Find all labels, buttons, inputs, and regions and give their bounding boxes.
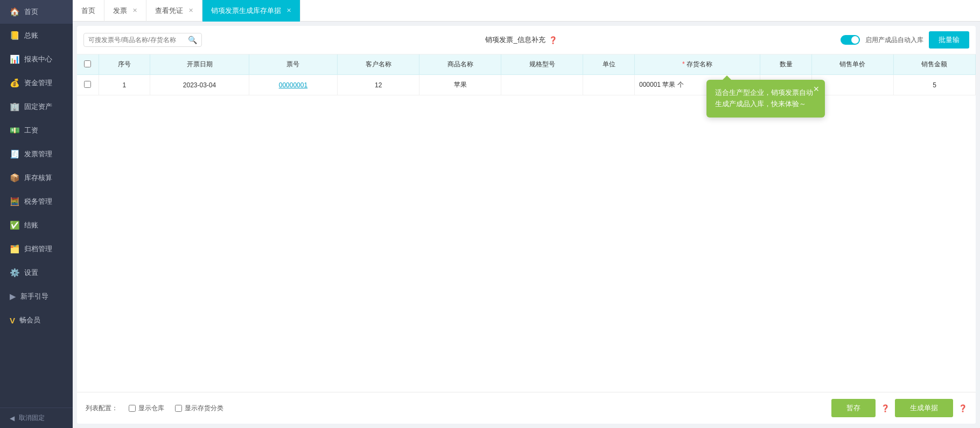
member-icon: V xyxy=(10,316,15,325)
guide-icon: ▶ xyxy=(10,292,16,301)
batch-button[interactable]: 批量输 xyxy=(929,31,969,49)
row-ticket-no[interactable]: 00000001 xyxy=(249,75,338,95)
info-label: 销项发票_信息补充 xyxy=(485,35,545,45)
sidebar-item-tax[interactable]: 🧮 税务管理 xyxy=(0,190,73,213)
show-warehouse-label[interactable]: 显示仓库 xyxy=(129,404,164,413)
sidebar: 🏠 首页 📒 总账 📊 报表中心 💰 资金管理 🏢 固定资产 💵 工资 🧾 发票… xyxy=(0,0,73,428)
row-product: 苹果 xyxy=(419,75,501,95)
sidebar-item-assets[interactable]: 🏢 固定资产 xyxy=(0,95,73,119)
sidebar-item-invoice[interactable]: 🧾 发票管理 xyxy=(0,142,73,166)
ledger-icon: 📒 xyxy=(10,31,20,40)
header-date: 开票日期 xyxy=(150,54,249,75)
sidebar-item-reports[interactable]: 📊 报表中心 xyxy=(0,47,73,71)
assets-icon: 🏢 xyxy=(10,102,20,112)
show-category-checkbox[interactable] xyxy=(175,405,182,412)
main-area: 首页 发票 ✕ 查看凭证 ✕ 销项发票生成库存单据 ✕ 🔍 销项发票_信息补充 … xyxy=(73,0,980,428)
header-unit-price: 销售单价 xyxy=(811,54,893,75)
row-seq: 1 xyxy=(99,75,150,95)
auto-warehouse-toggle[interactable] xyxy=(841,35,860,45)
close-account-icon: ✅ xyxy=(10,220,20,230)
tab-home[interactable]: 首页 xyxy=(73,0,104,22)
sidebar-pin-button[interactable]: ◀ 取消固定 xyxy=(0,408,73,428)
tax-icon: 🧮 xyxy=(10,197,20,206)
toolbar-right: 启用产成品自动入库 批量输 xyxy=(841,31,969,49)
settings-icon: ⚙️ xyxy=(10,268,20,278)
search-icon: 🔍 xyxy=(188,36,197,44)
invoice-icon: 🧾 xyxy=(10,149,20,159)
header-product: 商品名称 xyxy=(419,54,501,75)
tooltip-bubble: ✕ 适合生产型企业，销项发票自动生成产成品入库，快来体验～ xyxy=(706,80,825,118)
sidebar-item-inventory[interactable]: 📦 库存核算 xyxy=(0,166,73,190)
info-icon[interactable]: ❓ xyxy=(549,36,557,44)
salary-icon: 💵 xyxy=(10,126,20,135)
show-warehouse-checkbox[interactable] xyxy=(129,405,136,412)
save-info-icon[interactable]: ❓ xyxy=(881,404,890,412)
header-spec: 规格型号 xyxy=(501,54,583,75)
row-checkbox[interactable] xyxy=(84,81,91,88)
search-box[interactable]: 🔍 xyxy=(83,33,202,47)
sidebar-item-funds[interactable]: 💰 资金管理 xyxy=(0,71,73,95)
header-ticket-no: 票号 xyxy=(249,54,338,75)
table-header-row: 序号 开票日期 票号 客户名称 商品名称 规格型号 单位 * 存货名称 数量 销… xyxy=(77,54,976,75)
reports-icon: 📊 xyxy=(10,54,20,64)
header-unit: 单位 xyxy=(583,54,635,75)
search-input[interactable] xyxy=(88,36,185,44)
header-customer: 客户名称 xyxy=(338,54,419,75)
header-quantity: 数量 xyxy=(760,54,812,75)
select-all-checkbox[interactable] xyxy=(84,60,91,67)
row-amount: 5 xyxy=(893,75,975,95)
data-table: 序号 开票日期 票号 客户名称 商品名称 规格型号 单位 * 存货名称 数量 销… xyxy=(77,54,976,95)
home-icon: 🏠 xyxy=(10,7,20,17)
row-unit xyxy=(583,75,635,95)
sidebar-item-archive[interactable]: 🗂️ 归档管理 xyxy=(0,237,73,261)
toolbar-center: 销项发票_信息补充 ❓ xyxy=(208,35,834,45)
tab-voucher-close[interactable]: ✕ xyxy=(188,7,193,14)
archive-icon: 🗂️ xyxy=(10,244,20,254)
header-amount: 销售金额 xyxy=(893,54,975,75)
list-config-label: 列表配置： xyxy=(86,404,118,413)
sidebar-item-member[interactable]: V 畅会员 xyxy=(0,308,73,332)
sidebar-item-guide[interactable]: ▶ 新手引导 xyxy=(0,285,73,308)
funds-icon: 💰 xyxy=(10,78,20,88)
pin-icon: ◀ xyxy=(10,415,15,422)
inventory-icon: 📦 xyxy=(10,173,20,183)
show-category-label[interactable]: 显示存货分类 xyxy=(175,404,223,413)
content-area: 🔍 销项发票_信息补充 ❓ 启用产成品自动入库 批量输 xyxy=(77,26,976,424)
header-checkbox-col xyxy=(77,54,99,75)
header-inventory: * 存货名称 xyxy=(634,54,760,75)
header-seq: 序号 xyxy=(99,54,150,75)
sidebar-item-close-account[interactable]: ✅ 结账 xyxy=(0,213,73,237)
tab-generate-inventory-close[interactable]: ✕ xyxy=(286,7,291,14)
toggle-label: 启用产成品自动入库 xyxy=(865,36,923,45)
sidebar-item-settings[interactable]: ⚙️ 设置 xyxy=(0,261,73,285)
sidebar-item-salary[interactable]: 💵 工资 xyxy=(0,119,73,142)
table-wrap: 序号 开票日期 票号 客户名称 商品名称 规格型号 单位 * 存货名称 数量 销… xyxy=(77,54,976,392)
toolbar: 🔍 销项发票_信息补充 ❓ 启用产成品自动入库 批量输 xyxy=(77,26,976,54)
row-date: 2023-03-04 xyxy=(150,75,249,95)
row-customer: 12 xyxy=(338,75,419,95)
generate-info-icon[interactable]: ❓ xyxy=(958,404,967,412)
tab-bar: 首页 发票 ✕ 查看凭证 ✕ 销项发票生成库存单据 ✕ xyxy=(73,0,980,22)
generate-button[interactable]: 生成单据 xyxy=(895,399,953,417)
tab-voucher[interactable]: 查看凭证 ✕ xyxy=(146,0,202,22)
table-row: 1 2023-03-04 00000001 12 苹果 000001 苹果 个 … xyxy=(77,75,976,95)
bottom-actions: 暂存 ❓ 生成单据 ❓ xyxy=(831,399,967,417)
sidebar-item-home[interactable]: 🏠 首页 xyxy=(0,0,73,24)
tab-generate-inventory[interactable]: 销项发票生成库存单据 ✕ xyxy=(202,0,300,22)
tooltip-close-button[interactable]: ✕ xyxy=(813,83,820,95)
tab-invoice[interactable]: 发票 ✕ xyxy=(104,0,146,22)
bottom-bar: 列表配置： 显示仓库 显示存货分类 暂存 ❓ 生成单据 ❓ xyxy=(77,392,976,424)
tab-invoice-close[interactable]: ✕ xyxy=(132,7,137,14)
save-button[interactable]: 暂存 xyxy=(831,399,876,417)
row-spec xyxy=(501,75,583,95)
sidebar-item-ledger[interactable]: 📒 总账 xyxy=(0,24,73,47)
row-checkbox-col xyxy=(77,75,99,95)
